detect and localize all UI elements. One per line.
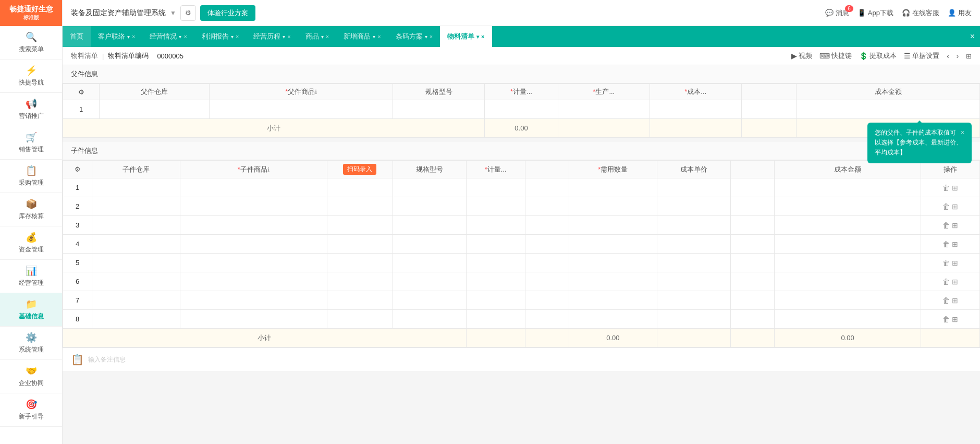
tab-close-6[interactable]: × (377, 33, 381, 40)
child-row-7-unit[interactable] (466, 291, 525, 310)
child-row-5-need-qty[interactable] (569, 254, 657, 272)
sidebar-item-2[interactable]: 📢营销推广 (0, 93, 62, 126)
nav-tab-8[interactable]: 物料清单 ▾ × (440, 26, 492, 47)
settings-action[interactable]: ☰ 单据设置 (904, 51, 939, 61)
tab-close-2[interactable]: × (183, 33, 187, 40)
app-download-button[interactable]: 📱 App下载 (858, 8, 893, 18)
nav-prev[interactable]: ‹ (947, 52, 949, 60)
tab-close-5[interactable]: × (326, 33, 329, 40)
tab-close-7[interactable]: × (430, 33, 433, 40)
child-row-4-need-qty[interactable] (569, 235, 657, 254)
trial-button[interactable]: 体验行业方案 (200, 5, 255, 21)
tab-close-3[interactable]: × (236, 33, 239, 40)
child-row-3-product[interactable] (180, 216, 327, 235)
child-row-8-delete[interactable]: 🗑 (942, 315, 950, 323)
child-row-1-spec[interactable] (393, 178, 467, 197)
child-row-3-spec[interactable] (393, 216, 467, 235)
child-row-4-warehouse[interactable] (92, 235, 180, 254)
child-row-8-warehouse[interactable] (92, 310, 180, 329)
child-row-7-warehouse[interactable] (92, 291, 180, 310)
nav-tab-0[interactable]: 首页 (63, 26, 91, 47)
child-row-1-unit[interactable] (466, 178, 525, 197)
child-row-8-spec[interactable] (393, 310, 467, 329)
sidebar-item-10[interactable]: 🤝企业协同 (0, 360, 62, 393)
child-row-6-cost-price[interactable] (657, 272, 730, 291)
sidebar-item-8[interactable]: 📁基础信息 (0, 293, 62, 327)
child-row-3-need-qty[interactable] (569, 216, 657, 235)
child-row-8-product[interactable] (180, 310, 327, 329)
child-row-1-copy[interactable]: ⊞ (952, 184, 958, 192)
child-row-1-warehouse[interactable] (92, 178, 180, 197)
system-title-dropdown[interactable]: ▼ (170, 9, 176, 17)
child-row-1-delete[interactable]: 🗑 (942, 184, 950, 192)
child-row-2-product[interactable] (180, 197, 327, 216)
sidebar-item-3[interactable]: 🛒销售管理 (0, 126, 62, 160)
child-row-2-copy[interactable]: ⊞ (952, 202, 958, 211)
child-row-1-product[interactable] (180, 178, 327, 197)
parent-row-1-spec[interactable] (393, 100, 485, 119)
child-row-2-cost-price[interactable] (657, 197, 730, 216)
child-row-5-warehouse[interactable] (92, 254, 180, 272)
child-row-5-delete[interactable]: 🗑 (942, 259, 950, 267)
child-row-3-copy[interactable]: ⊞ (952, 221, 958, 230)
child-row-6-unit[interactable] (466, 272, 525, 291)
sidebar-item-9[interactable]: ⚙️系统管理 (0, 327, 62, 360)
close-all-tabs[interactable]: × (965, 32, 980, 41)
parent-row-1-cost[interactable] (650, 100, 741, 119)
nav-tab-4[interactable]: 经营历程 ▾ × (246, 26, 298, 47)
online-service-button[interactable]: 🎧 在线客服 (902, 8, 939, 18)
child-row-7-spec[interactable] (393, 291, 467, 310)
child-row-6-product[interactable] (180, 272, 327, 291)
child-row-7-delete[interactable]: 🗑 (942, 296, 950, 305)
sidebar-item-0[interactable]: 🔍搜索菜单 (0, 26, 62, 59)
nav-tab-3[interactable]: 利润报告 ▾ × (194, 26, 246, 47)
child-row-2-delete[interactable]: 🗑 (942, 202, 950, 211)
nav-tab-7[interactable]: 条码方案 ▾ × (388, 26, 440, 47)
child-row-1-need-qty[interactable] (569, 178, 657, 197)
child-row-7-need-qty[interactable] (569, 291, 657, 310)
expand-action[interactable]: ⊞ (966, 52, 972, 60)
child-row-6-spec[interactable] (393, 272, 467, 291)
parent-row-1-produce[interactable] (558, 100, 650, 119)
child-row-7-cost-price[interactable] (657, 291, 730, 310)
child-row-4-unit[interactable] (466, 235, 525, 254)
nav-tab-5[interactable]: 商品 ▾ × (298, 26, 336, 47)
child-row-4-copy[interactable]: ⊞ (952, 240, 958, 248)
child-col-settings[interactable]: ⚙ (63, 161, 92, 178)
child-row-5-cost-price[interactable] (657, 254, 730, 272)
scan-btn[interactable]: 扫码录入 (343, 164, 376, 175)
child-row-6-copy[interactable]: ⊞ (952, 278, 958, 286)
parent-row-1-warehouse[interactable] (100, 100, 210, 119)
child-row-6-warehouse[interactable] (92, 272, 180, 291)
message-button[interactable]: 💬 消息 6 (825, 8, 849, 18)
sidebar-item-6[interactable]: 💰资金管理 (0, 226, 62, 260)
child-row-8-unit[interactable] (466, 310, 525, 329)
child-row-3-cost-price[interactable] (657, 216, 730, 235)
child-row-4-spec[interactable] (393, 235, 467, 254)
sidebar-item-11[interactable]: 🎯新手引导 (0, 393, 62, 427)
child-row-7-copy[interactable]: ⊞ (952, 296, 958, 305)
nav-next[interactable]: › (957, 52, 959, 60)
child-row-2-warehouse[interactable] (92, 197, 180, 216)
child-row-2-need-qty[interactable] (569, 197, 657, 216)
breadcrumb-parent[interactable]: 物料清单 (71, 51, 98, 61)
parent-col-settings[interactable]: ⚙ (63, 84, 100, 100)
child-row-6-need-qty[interactable] (569, 272, 657, 291)
sidebar-item-4[interactable]: 📋采购管理 (0, 160, 62, 193)
child-row-5-spec[interactable] (393, 254, 467, 272)
child-row-6-delete[interactable]: 🗑 (942, 278, 950, 286)
user-menu[interactable]: 👤 用友 (948, 8, 972, 18)
child-row-3-unit[interactable] (466, 216, 525, 235)
child-row-1-cost-price[interactable] (657, 178, 730, 197)
tab-close-1[interactable]: × (132, 33, 135, 40)
child-row-2-unit[interactable] (466, 197, 525, 216)
child-row-8-need-qty[interactable] (569, 310, 657, 329)
nav-tab-1[interactable]: 客户联络 ▾ × (91, 26, 142, 47)
sidebar-item-1[interactable]: ⚡快捷导航 (0, 59, 62, 93)
gear-button[interactable]: ⚙ (180, 5, 196, 21)
child-row-4-delete[interactable]: 🗑 (942, 240, 950, 248)
child-row-8-cost-price[interactable] (657, 310, 730, 329)
child-row-2-spec[interactable] (393, 197, 467, 216)
parent-row-1-product[interactable] (210, 100, 393, 119)
tooltip-close[interactable]: × (961, 128, 964, 138)
